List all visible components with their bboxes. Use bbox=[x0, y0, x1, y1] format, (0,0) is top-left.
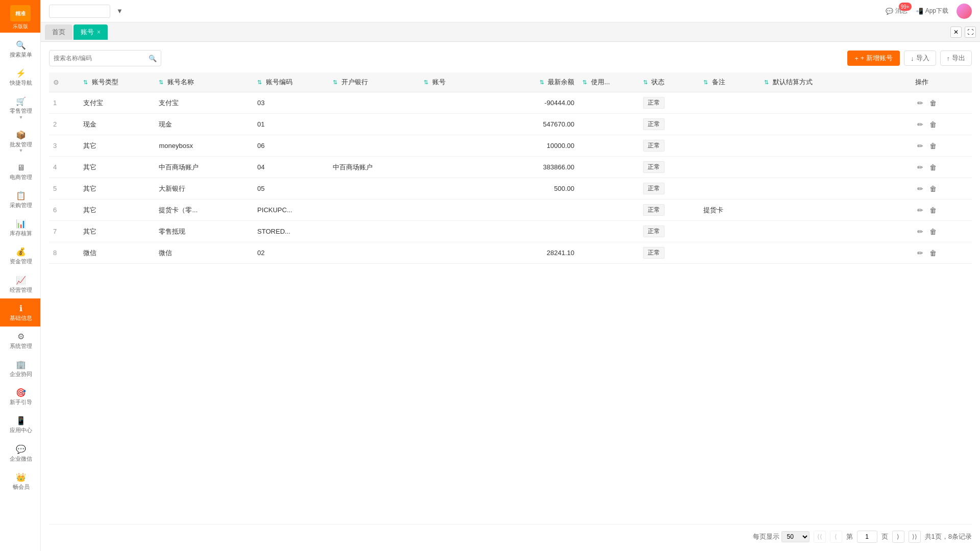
delete-button-2[interactable]: 🗑 bbox=[927, 141, 939, 151]
sort-icon-account: ⇅ bbox=[424, 79, 428, 85]
cell-op-6: ✏ 🗑 bbox=[911, 221, 972, 242]
search-menu-icon: 🔍 bbox=[16, 40, 26, 50]
th-balance[interactable]: ⇅ 最新余额 bbox=[495, 72, 578, 92]
sidebar-item-purchase[interactable]: 📋 采购管理 bbox=[0, 186, 40, 214]
delete-button-3[interactable]: 🗑 bbox=[927, 162, 939, 172]
sidebar-item-wholesale[interactable]: 📦 批发管理 ▼ bbox=[0, 125, 40, 158]
header-dropdown[interactable]: ▼ bbox=[116, 7, 123, 15]
app-name: 乐版版 bbox=[13, 23, 28, 30]
th-use[interactable]: ⇅ 使用... bbox=[578, 72, 639, 92]
sidebar-item-shortcut[interactable]: ⚡ 快捷导航 bbox=[0, 63, 40, 91]
page-size-dropdown[interactable]: 50 20 100 bbox=[781, 531, 810, 542]
appcenter-icon: 📱 bbox=[16, 416, 26, 425]
sidebar-item-enterprise[interactable]: 🏢 企业协同 bbox=[0, 355, 40, 383]
cell-status-5: 正常 bbox=[639, 199, 700, 221]
sidebar-item-label-inventory: 库存核算 bbox=[10, 230, 32, 237]
enterprise-icon: 🏢 bbox=[16, 360, 26, 369]
first-page-button[interactable]: ⟨⟨ bbox=[814, 531, 826, 543]
tab-account-label: 账号 bbox=[81, 28, 94, 37]
sidebar-item-guide[interactable]: 🎯 新手引导 bbox=[0, 383, 40, 411]
sidebar-item-basic[interactable]: ℹ 基础信息 bbox=[0, 298, 40, 327]
sidebar-item-wechat[interactable]: 💬 企业微信 bbox=[0, 439, 40, 467]
sidebar-item-system[interactable]: ⚙ 系统管理 bbox=[0, 327, 40, 355]
sidebar-item-operations[interactable]: 📈 经营管理 bbox=[0, 270, 40, 298]
cell-num-4: 5 bbox=[49, 178, 79, 199]
sidebar-item-search[interactable]: 🔍 搜索菜单 bbox=[0, 35, 40, 63]
sidebar-item-finance[interactable]: 💰 资金管理 bbox=[0, 242, 40, 270]
sidebar-item-ecommerce[interactable]: 🖥 电商管理 bbox=[0, 158, 40, 186]
cell-balance-7: 28241.10 bbox=[495, 242, 578, 264]
search-icon[interactable]: 🔍 bbox=[149, 55, 157, 62]
th-type[interactable]: ⇅ 账号类型 bbox=[79, 72, 155, 92]
cell-code-5: PICKUPC... bbox=[253, 199, 329, 221]
cell-num-6: 7 bbox=[49, 221, 79, 242]
delete-button-5[interactable]: 🗑 bbox=[927, 205, 939, 215]
th-settings[interactable]: ⚙ bbox=[49, 72, 79, 92]
total-label: 共1页，8条记录 bbox=[925, 532, 972, 541]
sidebar-item-appcenter[interactable]: 📱 应用中心 bbox=[0, 411, 40, 439]
cell-num-7: 8 bbox=[49, 242, 79, 264]
search-wrap[interactable]: 🔍 bbox=[49, 50, 161, 66]
edit-button-1[interactable]: ✏ bbox=[915, 119, 925, 130]
export-button[interactable]: ↑ 导出 bbox=[940, 51, 972, 66]
sidebar-item-label-shortcut: 快捷导航 bbox=[10, 80, 32, 86]
cell-use-3 bbox=[578, 157, 639, 178]
delete-button-1[interactable]: 🗑 bbox=[927, 119, 939, 130]
delete-button-6[interactable]: 🗑 bbox=[927, 227, 939, 237]
sidebar-item-label-enterprise: 企业协同 bbox=[10, 371, 32, 378]
next-page-button[interactable]: ⟩ bbox=[892, 531, 904, 543]
import-button[interactable]: ↓ 导入 bbox=[904, 51, 936, 66]
delete-button-0[interactable]: 🗑 bbox=[927, 98, 939, 108]
add-account-button[interactable]: + + 新增账号 bbox=[847, 51, 900, 66]
cell-status-7: 正常 bbox=[639, 242, 700, 264]
cell-default-3 bbox=[760, 157, 911, 178]
message-button[interactable]: 💬 消息 99+ bbox=[886, 7, 908, 15]
delete-button-7[interactable]: 🗑 bbox=[927, 248, 939, 258]
tab-account[interactable]: 账号 × bbox=[74, 24, 108, 40]
settings-icon[interactable]: ⚙ bbox=[53, 79, 59, 86]
sidebar-item-label-appcenter: 应用中心 bbox=[10, 427, 32, 434]
edit-button-5[interactable]: ✏ bbox=[915, 205, 925, 215]
tab-home[interactable]: 首页 bbox=[45, 24, 72, 40]
sidebar-item-inventory[interactable]: 📊 库存核算 bbox=[0, 214, 40, 242]
sort-icon-name: ⇅ bbox=[159, 79, 163, 85]
prev-page-button[interactable]: ⟨ bbox=[830, 531, 842, 543]
user-avatar[interactable] bbox=[957, 4, 972, 19]
cell-balance-4: 500.00 bbox=[495, 178, 578, 199]
sidebar-item-member[interactable]: 👑 畅会员 bbox=[0, 467, 40, 495]
page-input[interactable] bbox=[857, 531, 877, 543]
tab-close-page-button[interactable]: ✕ bbox=[950, 27, 962, 38]
cell-use-5 bbox=[578, 199, 639, 221]
cell-name-1: 现金 bbox=[155, 114, 253, 135]
cell-code-7: 02 bbox=[253, 242, 329, 264]
th-code[interactable]: ⇅ 账号编码 bbox=[253, 72, 329, 92]
edit-button-3[interactable]: ✏ bbox=[915, 162, 925, 172]
sidebar-item-retail[interactable]: 🛒 零售管理 ▼ bbox=[0, 91, 40, 124]
account-table-wrap: ⚙ ⇅ 账号类型 ⇅ 账号名称 ⇅ 账号编码 bbox=[49, 72, 972, 520]
edit-button-4[interactable]: ✏ bbox=[915, 184, 925, 194]
purchase-icon: 📋 bbox=[16, 191, 26, 201]
edit-button-2[interactable]: ✏ bbox=[915, 141, 925, 151]
th-bank[interactable]: ⇅ 开户银行 bbox=[329, 72, 420, 92]
edit-button-0[interactable]: ✏ bbox=[915, 98, 925, 108]
edit-button-7[interactable]: ✏ bbox=[915, 248, 925, 258]
cell-balance-2: 10000.00 bbox=[495, 135, 578, 157]
cell-note-2 bbox=[699, 135, 760, 157]
global-search-input[interactable] bbox=[49, 5, 110, 18]
last-page-button[interactable]: ⟩⟩ bbox=[909, 531, 921, 543]
app-download-label: App下载 bbox=[925, 7, 948, 15]
edit-button-6[interactable]: ✏ bbox=[915, 227, 925, 237]
header-right: 💬 消息 99+ 📲 App下载 bbox=[886, 4, 972, 19]
tab-close-icon[interactable]: × bbox=[97, 29, 101, 35]
th-note[interactable]: ⇅ 备注 bbox=[699, 72, 760, 92]
th-name[interactable]: ⇅ 账号名称 bbox=[155, 72, 253, 92]
account-search-input[interactable] bbox=[54, 55, 149, 62]
th-status[interactable]: ⇅ 状态 bbox=[639, 72, 700, 92]
cell-status-1: 正常 bbox=[639, 114, 700, 135]
th-default[interactable]: ⇅ 默认结算方式 bbox=[760, 72, 911, 92]
th-account[interactable]: ⇅ 账号 bbox=[420, 72, 495, 92]
tab-maximize-button[interactable]: ⛶ bbox=[965, 27, 976, 38]
app-download-button[interactable]: 📲 App下载 bbox=[916, 7, 948, 15]
delete-button-4[interactable]: 🗑 bbox=[927, 184, 939, 194]
sidebar-item-label-finance: 资金管理 bbox=[10, 258, 32, 265]
